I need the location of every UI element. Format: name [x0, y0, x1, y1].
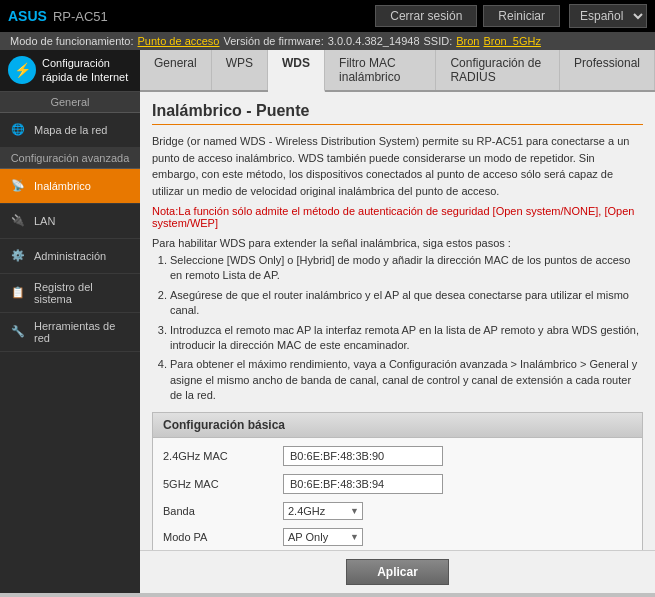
instructions: Para habilitar WDS para extender la seña… [152, 237, 643, 404]
band-label: Banda [163, 505, 283, 517]
sidebar-logo-text: Configuración rápida de Internet [42, 56, 132, 85]
note-text: Nota:La función sólo admite el método de… [152, 205, 634, 229]
firmware-value: 3.0.0.4.382_14948 [328, 35, 420, 47]
ssid5-value[interactable]: Bron_5GHz [484, 35, 541, 47]
sidebar: ⚡ Configuración rápida de Internet Gener… [0, 50, 140, 593]
mode-label: Modo de funcionamiento: [10, 35, 134, 47]
page-content: Inalámbrico - Puente Bridge (or named WD… [140, 92, 655, 550]
lan-icon: 🔌 [8, 211, 28, 231]
band-row: Banda 2.4GHz 5GHz [163, 502, 632, 520]
steps-intro: Para habilitar WDS para extender la seña… [152, 237, 643, 249]
content-area: General WPS WDS Filtro MAC inalámbrico C… [140, 50, 655, 593]
logout-button[interactable]: Cerrar sesión [375, 5, 477, 27]
basic-config-section: Configuración básica 2.4GHz MAC 5GHz MAC… [152, 412, 643, 550]
mac-5-row: 5GHz MAC [163, 474, 632, 494]
sidebar-advanced-title: Configuración avanzada [0, 148, 140, 169]
sidebar-item-network-map[interactable]: 🌐 Mapa de la red [0, 113, 140, 148]
basic-config-body: 2.4GHz MAC 5GHz MAC Banda 2.4GHz 5GHz [153, 438, 642, 550]
sidebar-item-label: Inalámbrico [34, 180, 91, 192]
tab-general[interactable]: General [140, 50, 212, 90]
sidebar-item-label: Herramientas de red [34, 320, 132, 344]
steps-list: Seleccione [WDS Only] o [Hybrid] de modo… [152, 253, 643, 404]
mode-row: Modo PA AP Only WDS Only Hybrid [163, 528, 632, 546]
mode-select[interactable]: AP Only WDS Only Hybrid [283, 528, 363, 546]
wireless-icon: 📡 [8, 176, 28, 196]
ssid-label: SSID: [424, 35, 453, 47]
tab-bar: General WPS WDS Filtro MAC inalámbrico C… [140, 50, 655, 92]
sidebar-item-admin[interactable]: ⚙️ Administración [0, 239, 140, 274]
reboot-button[interactable]: Reiniciar [483, 5, 560, 27]
tab-mac-filter[interactable]: Filtro MAC inalámbrico [325, 50, 436, 90]
tools-icon: 🔧 [8, 322, 28, 342]
step-4: Para obtener el máximo rendimiento, vaya… [170, 357, 643, 403]
security-note: Nota:La función sólo admite el método de… [152, 205, 643, 229]
tab-professional[interactable]: Professional [560, 50, 655, 90]
syslog-icon: 📋 [8, 283, 28, 303]
model-name: RP-AC51 [53, 9, 108, 24]
step-2: Asegúrese de que el router inalámbrico y… [170, 288, 643, 319]
mac-24-input[interactable] [283, 446, 443, 466]
sidebar-item-syslog[interactable]: 📋 Registro del sistema [0, 274, 140, 313]
mode-select-wrapper: AP Only WDS Only Hybrid [283, 528, 363, 546]
sidebar-item-label: LAN [34, 215, 55, 227]
sidebar-item-label: Mapa de la red [34, 124, 107, 136]
ssid-value[interactable]: Bron [456, 35, 479, 47]
basic-config-header: Configuración básica [153, 413, 642, 438]
tab-wds[interactable]: WDS [268, 50, 325, 92]
sidebar-general-title: General [0, 92, 140, 113]
mac-24-label: 2.4GHz MAC [163, 450, 283, 462]
asus-logo: ASUS [8, 8, 47, 24]
sidebar-item-wireless[interactable]: 📡 Inalámbrico [0, 169, 140, 204]
language-select[interactable]: Español English [569, 4, 647, 28]
network-map-icon: 🌐 [8, 120, 28, 140]
band-select-wrapper: 2.4GHz 5GHz [283, 502, 363, 520]
band-select[interactable]: 2.4GHz 5GHz [283, 502, 363, 520]
step-3: Introduzca el remoto mac AP la interfaz … [170, 323, 643, 354]
sidebar-header: ⚡ Configuración rápida de Internet [0, 50, 140, 92]
page-title: Inalámbrico - Puente [152, 102, 643, 125]
sidebar-item-label: Administración [34, 250, 106, 262]
description-text: Bridge (or named WDS - Wireless Distribu… [152, 133, 643, 199]
step-1: Seleccione [WDS Only] o [Hybrid] de modo… [170, 253, 643, 284]
tab-radius[interactable]: Configuración de RADIUS [436, 50, 560, 90]
sidebar-item-label: Registro del sistema [34, 281, 132, 305]
apply-button[interactable]: Aplicar [346, 559, 449, 585]
sidebar-item-lan[interactable]: 🔌 LAN [0, 204, 140, 239]
mac-5-input[interactable] [283, 474, 443, 494]
mode-label: Modo PA [163, 531, 283, 543]
main-layout: ⚡ Configuración rápida de Internet Gener… [0, 50, 655, 593]
mode-link[interactable]: Punto de acceso [138, 35, 220, 47]
mac-5-label: 5GHz MAC [163, 478, 283, 490]
tab-wps[interactable]: WPS [212, 50, 268, 90]
top-bar: ASUS RP-AC51 Cerrar sesión Reiniciar Esp… [0, 0, 655, 32]
sidebar-item-tools[interactable]: 🔧 Herramientas de red [0, 313, 140, 352]
mac-24-row: 2.4GHz MAC [163, 446, 632, 466]
firmware-label: Versión de firmware: [223, 35, 323, 47]
mode-bar: Modo de funcionamiento: Punto de acceso … [0, 32, 655, 50]
page-footer: Aplicar [140, 550, 655, 593]
sidebar-logo-icon: ⚡ [8, 56, 36, 84]
admin-icon: ⚙️ [8, 246, 28, 266]
